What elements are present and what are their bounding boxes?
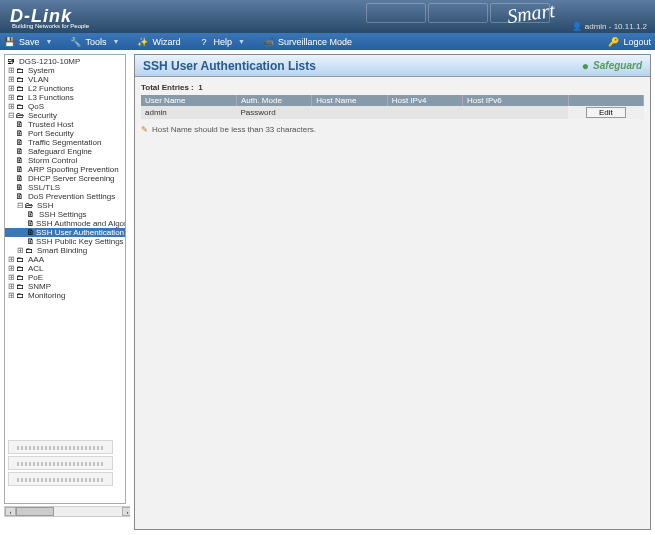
tree-l3[interactable]: ⊞🗀L3 Functions [5, 93, 125, 102]
device-icon: 🖳 [7, 57, 18, 66]
panel-title-bar: SSH User Authentication Lists Safeguard [135, 55, 650, 77]
page-icon: 🗎 [16, 138, 27, 147]
tree-dhcp[interactable]: 🗎DHCP Server Screening [5, 174, 125, 183]
folder-icon: 🗀 [16, 84, 27, 93]
tree-poe[interactable]: ⊞🗀PoE [5, 273, 125, 282]
save-menu[interactable]: 💾Save▼ [4, 36, 52, 47]
tree-trusted-host[interactable]: 🗎Trusted Host [5, 120, 125, 129]
tree-dos[interactable]: 🗎DoS Prevention Settings [5, 192, 125, 201]
page-icon: 🗎 [16, 183, 27, 192]
collapse-icon[interactable]: ⊟ [7, 111, 16, 120]
save-icon: 💾 [4, 36, 15, 47]
surveillance-button[interactable]: 📹Surveillance Mode [263, 36, 352, 47]
admin-info: admin - 10.11.1.2 [572, 22, 647, 31]
tree-monitoring[interactable]: ⊞🗀Monitoring [5, 291, 125, 300]
main: 🖳DGS-1210-10MP ⊞🗀System ⊞🗀VLAN ⊞🗀L2 Func… [0, 50, 655, 535]
page-icon: 🗎 [16, 165, 27, 174]
total-entries: Total Entries : 1 [141, 83, 644, 92]
folder-icon: 🗀 [16, 66, 27, 75]
col-user: User Name [141, 95, 236, 106]
expand-icon[interactable]: ⊞ [7, 75, 16, 84]
expand-icon[interactable]: ⊞ [7, 273, 16, 282]
tree-safeguard[interactable]: 🗎Safeguard Engine [5, 147, 125, 156]
tree-arp-spoof[interactable]: 🗎ARP Spoofing Prevention [5, 165, 125, 174]
h-scrollbar[interactable]: ‹ › [4, 506, 134, 517]
col-edit [568, 95, 643, 106]
folder-icon: 🗀 [16, 102, 27, 111]
folder-open-icon: 🗁 [25, 201, 36, 210]
tree-storm[interactable]: 🗎Storm Control [5, 156, 125, 165]
tree-traffic-seg[interactable]: 🗎Traffic Segmentation [5, 138, 125, 147]
wizard-button[interactable]: ✨Wizard [137, 36, 180, 47]
page-icon: 🗎 [27, 210, 38, 219]
scroll-track[interactable] [16, 507, 122, 516]
col-ipv6: Host IPv6 [463, 95, 569, 106]
folder-icon: 🗀 [16, 291, 27, 300]
tree-system[interactable]: ⊞🗀System [5, 66, 125, 75]
wizard-icon: ✨ [137, 36, 148, 47]
scroll-thumb[interactable] [16, 507, 54, 516]
chevron-down-icon: ▼ [238, 38, 245, 45]
tree-security[interactable]: ⊟🗁Security [5, 111, 125, 120]
page-icon: 🗎 [16, 192, 27, 201]
tools-menu[interactable]: 🔧Tools▼ [70, 36, 119, 47]
tree-ssh-settings[interactable]: 🗎SSH Settings [5, 210, 125, 219]
panel-body: Total Entries : 1 User Name Auth. Mode H… [135, 77, 650, 140]
col-auth: Auth. Mode [236, 95, 311, 106]
tree-ssh-authmode[interactable]: 🗎SSH Authmode and Algorithm Settings [5, 219, 125, 228]
page-icon: 🗎 [27, 228, 35, 237]
folder-open-icon: 🗁 [16, 111, 27, 120]
logout-button[interactable]: 🔑Logout [608, 36, 651, 47]
tree-ssh-userauth[interactable]: 🗎SSH User Authentication Lists [5, 228, 125, 237]
tree-l2[interactable]: ⊞🗀L2 Functions [5, 84, 125, 93]
tree-ssh[interactable]: ⊟🗁SSH [5, 201, 125, 210]
tree-qos[interactable]: ⊞🗀QoS [5, 102, 125, 111]
tree-port-security[interactable]: 🗎Port Security [5, 129, 125, 138]
tree-vlan[interactable]: ⊞🗀VLAN [5, 75, 125, 84]
expand-icon[interactable]: ⊞ [16, 246, 25, 255]
help-icon: ? [198, 36, 209, 47]
tools-icon: 🔧 [70, 36, 81, 47]
collapse-icon[interactable]: ⊟ [16, 201, 25, 210]
sidebar: 🖳DGS-1210-10MP ⊞🗀System ⊞🗀VLAN ⊞🗀L2 Func… [0, 50, 130, 535]
header: D-Link Building Networks for People Smar… [0, 0, 655, 33]
tree-smart-binding[interactable]: ⊞🗀Smart Binding [5, 246, 125, 255]
folder-icon: 🗀 [16, 93, 27, 102]
folder-icon: 🗀 [16, 75, 27, 84]
tree-root[interactable]: 🖳DGS-1210-10MP [5, 57, 125, 66]
expand-icon[interactable]: ⊞ [7, 102, 16, 111]
tree-aaa[interactable]: ⊞🗀AAA [5, 255, 125, 264]
expand-icon[interactable]: ⊞ [7, 291, 16, 300]
folder-icon: 🗀 [16, 264, 27, 273]
chevron-down-icon: ▼ [46, 38, 53, 45]
expand-icon[interactable]: ⊞ [7, 66, 16, 75]
expand-icon[interactable]: ⊞ [7, 282, 16, 291]
tree-ssl[interactable]: 🗎SSL/TLS [5, 183, 125, 192]
toolbar: 💾Save▼ 🔧Tools▼ ✨Wizard ?Help▼ 📹Surveilla… [0, 33, 655, 50]
page-icon: 🗎 [27, 219, 35, 228]
folder-icon: 🗀 [25, 246, 36, 255]
page-icon: 🗎 [16, 156, 27, 165]
folder-icon: 🗀 [16, 273, 27, 282]
cell-host [312, 106, 387, 119]
safeguard-badge: Safeguard [582, 59, 642, 73]
tree-snmp[interactable]: ⊞🗀SNMP [5, 282, 125, 291]
expand-icon[interactable]: ⊞ [7, 255, 16, 264]
expand-icon[interactable]: ⊞ [7, 93, 16, 102]
expand-icon[interactable]: ⊞ [7, 264, 16, 273]
folder-icon: 🗀 [16, 255, 27, 264]
cell-ipv4 [387, 106, 462, 119]
table-header-row: User Name Auth. Mode Host Name Host IPv4… [141, 95, 644, 106]
scroll-left-button[interactable]: ‹ [5, 507, 16, 516]
tree-ssh-pubkey[interactable]: 🗎SSH Public Key Settings [5, 237, 125, 246]
auth-table: User Name Auth. Mode Host Name Host IPv4… [141, 95, 644, 119]
camera-icon: 📹 [263, 36, 274, 47]
folder-icon: 🗀 [16, 282, 27, 291]
tree-acl[interactable]: ⊞🗀ACL [5, 264, 125, 273]
page-icon: 🗎 [16, 129, 27, 138]
help-menu[interactable]: ?Help▼ [198, 36, 244, 47]
edit-button[interactable]: Edit [586, 107, 626, 118]
cell-auth: Password [236, 106, 311, 119]
expand-icon[interactable]: ⊞ [7, 84, 16, 93]
col-host: Host Name [312, 95, 387, 106]
